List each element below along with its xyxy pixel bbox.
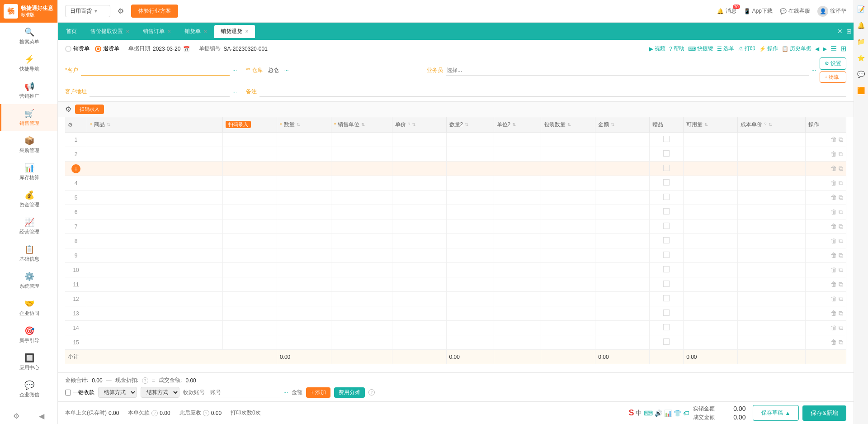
avail-cell-8[interactable] — [684, 234, 738, 248]
one-key-payment-input[interactable] — [65, 390, 71, 395]
logistics-btn[interactable]: + 物流 — [820, 71, 846, 83]
add-fee-btn[interactable]: + 添加 — [306, 387, 330, 398]
sidebar-settings-btn[interactable]: ⚙ — [13, 412, 19, 420]
qty2-cell-14[interactable] — [446, 321, 494, 335]
sidebar-item-marketing[interactable]: 📢营销推广 — [0, 77, 57, 104]
right-panel-active-btn[interactable]: 🟧 — [856, 85, 867, 96]
qty-cell-12[interactable] — [277, 292, 331, 306]
unit2-cell-14[interactable] — [494, 321, 541, 335]
sidebar-item-wechat[interactable]: 💬企业微信 — [0, 376, 57, 403]
unit2-cell-13[interactable] — [494, 306, 541, 321]
amount-cell-7[interactable] — [595, 219, 650, 234]
gift-checkbox-3[interactable] — [663, 165, 670, 171]
gift-checkbox-11[interactable] — [663, 281, 670, 287]
avail-cell-13[interactable] — [684, 306, 738, 321]
taskbar-icon-5[interactable]: 👕 — [674, 410, 681, 417]
radio-sales[interactable]: 销货单 — [65, 45, 90, 52]
avail-cell-5[interactable] — [684, 191, 738, 205]
amount-cell-1[interactable] — [595, 133, 650, 147]
save-new-btn[interactable]: 保存&新增 — [802, 405, 846, 421]
product-cell-13[interactable] — [87, 306, 223, 321]
gift-cell-1[interactable] — [650, 133, 684, 147]
price-cell-10[interactable] — [392, 263, 446, 277]
operate-btn[interactable]: ⚡ 操作 — [759, 45, 778, 52]
online-service-link[interactable]: 💬 在线客服 — [780, 7, 810, 15]
add-row-btn[interactable]: + — [71, 164, 80, 173]
tab-sales_order[interactable]: 销售订单✕ — [137, 25, 177, 38]
amount-cell-2[interactable] — [595, 147, 650, 162]
qty-cell-11[interactable] — [277, 277, 331, 292]
sidebar-item-collab[interactable]: 🤝企业协同 — [0, 294, 57, 321]
settlement-method-select[interactable]: 结算方式 — [98, 387, 137, 398]
radio-return[interactable]: 退货单 — [95, 45, 119, 52]
warehouse-select-btn[interactable]: ··· — [284, 67, 289, 73]
qty2-cell-13[interactable] — [446, 306, 494, 321]
account-input[interactable] — [208, 388, 280, 397]
amount-cell-3[interactable] — [595, 162, 650, 176]
topbar-settings-icon[interactable]: ⚙ — [116, 5, 126, 17]
product-cell-12[interactable] — [87, 292, 223, 306]
delete-btn-13[interactable]: 🗑 — [830, 310, 837, 317]
cost-cell-9[interactable] — [738, 248, 806, 263]
unit2-cell-10[interactable] — [494, 263, 541, 277]
salesperson-select-btn[interactable]: ··· — [811, 67, 816, 73]
unit2-cell-8[interactable] — [494, 234, 541, 248]
product-cell-3[interactable] — [87, 162, 223, 176]
delete-btn-7[interactable]: 🗑 — [830, 223, 837, 230]
gift-cell-15[interactable] — [650, 335, 684, 350]
qty-cell-3[interactable] — [277, 162, 331, 176]
fee-split-btn[interactable]: 费用分摊 — [334, 387, 365, 398]
copy-btn-6[interactable]: ⧉ — [839, 208, 843, 216]
amount-cell-9[interactable] — [595, 248, 650, 263]
product-cell-7[interactable] — [87, 219, 223, 234]
tab-close-sales_order[interactable]: ✕ — [167, 29, 171, 34]
cost-cell-4[interactable] — [738, 176, 806, 191]
product-cell-6[interactable] — [87, 205, 223, 219]
remark-input[interactable] — [259, 86, 846, 97]
unit-cell-15[interactable] — [331, 335, 392, 350]
copy-btn-3[interactable]: ⧉ — [839, 165, 843, 172]
product-input-3[interactable] — [90, 166, 220, 172]
gift-cell-4[interactable] — [650, 176, 684, 191]
amount-cell-4[interactable] — [595, 176, 650, 191]
price-cell-9[interactable] — [392, 248, 446, 263]
copy-btn-15[interactable]: ⧉ — [839, 338, 843, 346]
unit-cell-4[interactable] — [331, 176, 392, 191]
sidebar-item-apps[interactable]: 🔲应用中心 — [0, 348, 57, 376]
unit-cell-10[interactable] — [331, 263, 392, 277]
product-cell-8[interactable] — [87, 234, 223, 248]
copy-btn-8[interactable]: ⧉ — [839, 237, 843, 245]
amount-cell-14[interactable] — [595, 321, 650, 335]
discount-help-icon[interactable]: ? — [142, 377, 148, 384]
pack-cell-15[interactable] — [541, 335, 595, 350]
address-input[interactable] — [90, 86, 230, 97]
delete-btn-12[interactable]: 🗑 — [830, 295, 837, 303]
cost-cell-10[interactable] — [738, 263, 806, 277]
user-menu[interactable]: 👤 徐泽华 — [817, 6, 846, 17]
delete-btn-4[interactable]: 🗑 — [830, 179, 837, 187]
amount-cell-13[interactable] — [595, 306, 650, 321]
copy-btn-2[interactable]: ⧉ — [839, 150, 843, 158]
tab-close-price_setting[interactable]: ✕ — [126, 29, 129, 34]
tab-sales_return[interactable]: 销货退货✕ — [214, 25, 255, 38]
gift-checkbox-9[interactable] — [663, 252, 670, 258]
copy-btn-10[interactable]: ⧉ — [839, 266, 843, 274]
copy-btn-4[interactable]: ⧉ — [839, 179, 843, 187]
nav-next-btn[interactable]: ▶ — [823, 46, 827, 52]
gift-checkbox-14[interactable] — [663, 324, 670, 330]
gift-cell-13[interactable] — [650, 306, 684, 321]
unit-cell-14[interactable] — [331, 321, 392, 335]
copy-btn-7[interactable]: ⧉ — [839, 223, 843, 230]
unit2-cell-12[interactable] — [494, 292, 541, 306]
avail-cell-3[interactable] — [684, 162, 738, 176]
cost-cell-15[interactable] — [738, 335, 806, 350]
unit-cell-5[interactable] — [331, 191, 392, 205]
gift-cell-2[interactable] — [650, 147, 684, 162]
delete-btn-6[interactable]: 🗑 — [830, 208, 837, 216]
product-cell-5[interactable] — [87, 191, 223, 205]
delete-btn-14[interactable]: 🗑 — [830, 324, 837, 332]
price-cell-4[interactable] — [392, 176, 446, 191]
cost-cell-12[interactable] — [738, 292, 806, 306]
gift-cell-3[interactable] — [650, 162, 684, 176]
unit2-cell-2[interactable] — [494, 147, 541, 162]
